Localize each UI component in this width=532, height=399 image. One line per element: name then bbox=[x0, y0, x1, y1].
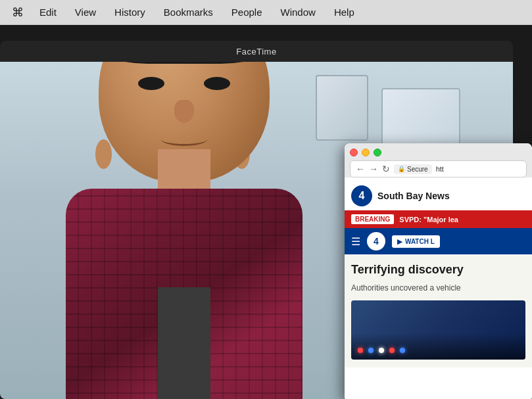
news-site-header: 4 South Bay News bbox=[345, 181, 532, 210]
article-image-overlay bbox=[351, 333, 525, 360]
forward-button[interactable]: → bbox=[369, 164, 378, 174]
person-shirt bbox=[66, 189, 302, 399]
scene-light-white bbox=[379, 348, 384, 353]
person-mouth bbox=[161, 133, 207, 146]
menu-item-people[interactable]: People bbox=[222, 0, 272, 25]
menu-item-history[interactable]: History bbox=[105, 0, 155, 25]
news-logo: 4 bbox=[351, 185, 372, 206]
article-subtitle: Authorities uncovered a vehicle bbox=[351, 283, 525, 294]
menu-item-help[interactable]: Help bbox=[325, 0, 364, 25]
watch-live-button[interactable]: ▶ WATCH L bbox=[392, 235, 440, 248]
article-title: Terrifying discovery bbox=[351, 262, 525, 277]
refresh-button[interactable]: ↻ bbox=[382, 164, 390, 174]
person-ear-left bbox=[95, 139, 112, 169]
person-nose bbox=[174, 100, 194, 123]
secure-badge: 🔒 Secure bbox=[394, 164, 432, 174]
hamburger-menu-icon[interactable]: ☰ bbox=[351, 235, 360, 248]
article-area: Terrifying discovery Authorities uncover… bbox=[345, 254, 532, 367]
person-undershirt bbox=[158, 287, 210, 399]
menu-item-bookmarks[interactable]: Bookmarks bbox=[155, 0, 222, 25]
scene-light-blue bbox=[368, 348, 374, 353]
person-hair bbox=[99, 62, 270, 64]
scene-light-blue-2 bbox=[400, 348, 405, 353]
watch-live-label: WATCH L bbox=[405, 238, 435, 245]
nav-logo: 4 bbox=[367, 232, 385, 250]
browser-content: 4 South Bay News BREAKING SVPD: "Major l… bbox=[345, 181, 532, 367]
address-bar[interactable]: ← → ↻ 🔒 Secure htt bbox=[350, 160, 527, 177]
news-site-name: South Bay News bbox=[377, 191, 450, 201]
traffic-light-red[interactable] bbox=[350, 149, 358, 156]
facetime-title: FaceTime bbox=[236, 47, 276, 57]
menu-item-edit[interactable]: Edit bbox=[30, 0, 66, 25]
facetime-titlebar: FaceTime bbox=[0, 41, 513, 62]
breaking-news-bar: BREAKING SVPD: "Major lea bbox=[345, 210, 532, 228]
person-right-eye bbox=[204, 77, 230, 90]
person-left-eye bbox=[138, 77, 164, 90]
scene-light-red bbox=[358, 348, 363, 353]
lock-icon: 🔒 bbox=[398, 166, 405, 172]
menu-bar: ⌘ Edit View History Bookmarks People Win… bbox=[0, 0, 532, 25]
apple-menu[interactable]: ⌘ bbox=[5, 0, 30, 25]
back-button[interactable]: ← bbox=[356, 164, 365, 174]
browser-chrome: ← → ↻ 🔒 Secure htt bbox=[345, 143, 532, 177]
breaking-news-text: SVPD: "Major lea bbox=[399, 216, 458, 223]
play-icon: ▶ bbox=[397, 238, 402, 245]
news-nav-bar: ☰ 4 ▶ WATCH L bbox=[345, 228, 532, 254]
menu-item-view[interactable]: View bbox=[66, 0, 105, 25]
traffic-lights bbox=[350, 149, 527, 156]
scene-light-red-2 bbox=[389, 348, 395, 353]
browser-window: ← → ↻ 🔒 Secure htt 4 South Bay News BREA… bbox=[345, 143, 532, 399]
breaking-label: BREAKING bbox=[351, 214, 394, 224]
secure-label: Secure bbox=[407, 166, 428, 173]
menu-item-window[interactable]: Window bbox=[272, 0, 325, 25]
person-silhouette bbox=[33, 62, 335, 399]
scene-emergency-lights bbox=[358, 348, 405, 353]
url-text: htt bbox=[436, 165, 444, 173]
traffic-light-yellow[interactable] bbox=[362, 149, 370, 156]
article-image bbox=[351, 300, 525, 360]
traffic-light-green[interactable] bbox=[374, 149, 381, 156]
